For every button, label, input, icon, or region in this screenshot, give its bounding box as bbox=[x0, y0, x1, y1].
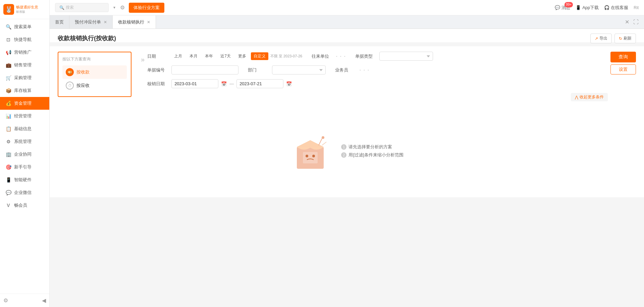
search-menu-icon: 🔍 bbox=[5, 24, 11, 30]
collapse-icon: ⋀ bbox=[575, 95, 578, 100]
staff-input[interactable]: · · · bbox=[359, 66, 369, 73]
logo: 🐰 畅捷通好生意 标准版 bbox=[0, 0, 49, 19]
writeoff-date-range: 📅 — 📅 bbox=[171, 79, 292, 88]
export-icon: ↗ bbox=[595, 36, 598, 41]
sidebar-item-guide[interactable]: 🎯 新手引导 bbox=[0, 161, 49, 173]
solution-button[interactable]: 体验行业方案 bbox=[129, 3, 164, 13]
date-7days[interactable]: 近7天 bbox=[218, 52, 233, 60]
filter-option-receivable-label: 按应收 bbox=[76, 83, 90, 89]
collapse-more-row: ⋀ 收起更多条件 bbox=[147, 93, 608, 101]
writeoff-date-start[interactable] bbox=[171, 79, 218, 88]
collapse-more-btn[interactable]: ⋀ 收起更多条件 bbox=[571, 93, 608, 101]
filter-sidebar: 按以下方案查询 💴 按收款 ⏱ 按应收 bbox=[58, 52, 131, 97]
date-this-year[interactable]: 本年 bbox=[202, 52, 216, 60]
svg-rect-1 bbox=[303, 152, 318, 163]
message-badge: 99+ bbox=[565, 2, 573, 7]
doc-type-select[interactable] bbox=[379, 52, 433, 61]
sidebar-item-wechat[interactable]: 💬 企业微信 bbox=[0, 186, 49, 199]
tab-prepay-label: 预付冲应付单 bbox=[75, 19, 101, 25]
date-more[interactable]: 更多 bbox=[235, 52, 249, 60]
doc-no-input[interactable] bbox=[171, 65, 238, 74]
date-custom-btn[interactable]: 自定义 bbox=[251, 52, 268, 60]
filter-collapse-btn[interactable]: » bbox=[138, 54, 147, 65]
filter-option-by-receivable[interactable]: ⏱ 按应收 bbox=[62, 79, 127, 92]
writeoff-date-end[interactable] bbox=[236, 79, 283, 88]
filter-option-receipt-label: 按收款 bbox=[76, 69, 90, 75]
service-button[interactable]: 🎧 在线客服 bbox=[604, 5, 628, 11]
tab-writeoff-close[interactable]: ✕ bbox=[147, 20, 150, 24]
sidebar-item-search[interactable]: 🔍 搜索菜单 bbox=[0, 20, 49, 33]
query-button[interactable]: 查询 bbox=[610, 52, 636, 62]
date-range-sep: — bbox=[229, 81, 234, 86]
guide-icon: 🎯 bbox=[5, 164, 11, 170]
svg-point-5 bbox=[322, 136, 324, 139]
tab-expand-icon[interactable]: ⛶ bbox=[632, 18, 640, 27]
page-body: 收款核销执行(按收款) ↗ 导出 ↻ 刷新 按以下方案查询 💴 bbox=[50, 29, 644, 307]
tab-prepay-close[interactable]: ✕ bbox=[104, 20, 107, 24]
topbar-dropdown-arrow[interactable]: ▼ bbox=[113, 6, 116, 9]
collapse-sidebar-icon[interactable]: ◀ bbox=[42, 297, 46, 304]
marketing-icon: 📢 bbox=[5, 49, 11, 55]
date-this-month[interactable]: 本月 bbox=[187, 52, 200, 60]
sidebar-item-quicknav[interactable]: ⊡ 快捷导航 bbox=[0, 33, 49, 46]
svg-line-6 bbox=[322, 142, 326, 145]
empty-hint-1: 1 请先选择要分析的方案 bbox=[341, 144, 403, 150]
calendar-start-icon[interactable]: 📅 bbox=[221, 81, 227, 87]
tabbar: 首页 预付冲应付单 ✕ 收款核销执行 ✕ ✕ ⛶ bbox=[50, 15, 644, 29]
staff-label: 业务员 bbox=[335, 67, 355, 73]
date-label: 日期 bbox=[147, 53, 167, 59]
tab-prepay[interactable]: 预付冲应付单 ✕ bbox=[69, 15, 113, 29]
quicknav-icon: ⊡ bbox=[5, 37, 11, 43]
sidebar: 🐰 畅捷通好生意 标准版 🔍 搜索菜单 ⊡ 快捷导航 📢 营销推广 💼 销售管理… bbox=[0, 0, 50, 307]
query-setting-col: 查询 设置 bbox=[610, 52, 636, 74]
member-icon: V bbox=[5, 202, 11, 208]
filter-sidebar-title: 按以下方案查询 bbox=[62, 56, 127, 62]
sales-icon: 💼 bbox=[5, 62, 11, 68]
corp-icon: 🏢 bbox=[5, 151, 11, 157]
sidebar-item-corp[interactable]: 🏢 企业协同 bbox=[0, 148, 49, 161]
sidebar-item-marketing[interactable]: 📢 营销推广 bbox=[0, 46, 49, 59]
sidebar-item-member[interactable]: V 畅会员 bbox=[0, 199, 49, 212]
tab-close-all-icon[interactable]: ✕ bbox=[624, 17, 631, 27]
settings-icon[interactable]: ⚙ bbox=[3, 297, 8, 304]
filter-main: 日期 上月 本月 本年 近7天 更多 自定义 不限 至 2023-07-26 bbox=[147, 52, 636, 101]
filter-option-by-receipt[interactable]: 💴 按收款 bbox=[62, 65, 127, 79]
partner-input[interactable]: · · · bbox=[336, 53, 346, 60]
dept-label: 部门 bbox=[248, 67, 268, 73]
export-button[interactable]: ↗ 导出 bbox=[590, 34, 612, 43]
svg-line-4 bbox=[319, 139, 322, 145]
hint-num-1: 1 bbox=[341, 144, 346, 150]
date-group: 上月 本月 本年 近7天 更多 自定义 不限 至 2023-07-26 bbox=[171, 52, 302, 60]
sidebar-item-inventory[interactable]: 📦 库存核算 bbox=[0, 84, 49, 97]
app-label: App下载 bbox=[582, 5, 599, 11]
app-download-button[interactable]: 📱 App下载 bbox=[576, 5, 599, 11]
search-icon: 🔍 bbox=[59, 5, 64, 10]
topbar-search[interactable]: 🔍 搜索 bbox=[55, 3, 109, 12]
sidebar-item-sales[interactable]: 💼 销售管理 bbox=[0, 59, 49, 71]
setting-button[interactable]: 设置 bbox=[610, 64, 636, 74]
message-icon: 💬 bbox=[555, 5, 560, 10]
dept-select[interactable] bbox=[272, 65, 326, 74]
empty-state: 1 请先选择要分析的方案 2 用[过滤]条件来缩小分析范围 bbox=[50, 107, 644, 197]
date-last-month[interactable]: 上月 bbox=[171, 52, 185, 60]
sidebar-item-operation[interactable]: 📊 经营管理 bbox=[0, 110, 49, 122]
sidebar-item-finance[interactable]: 💰 资金管理 bbox=[0, 97, 49, 110]
inventory-icon: 📦 bbox=[5, 88, 11, 94]
logo-badge: 标准版 bbox=[16, 10, 38, 14]
sidebar-item-hardware[interactable]: 📱 智能硬件 bbox=[0, 173, 49, 186]
filter-area: 按以下方案查询 💴 按收款 ⏱ 按应收 » bbox=[50, 46, 644, 107]
svg-point-3 bbox=[312, 155, 315, 157]
topbar-gear-icon[interactable]: ⚙ bbox=[120, 4, 125, 11]
sidebar-item-purchase[interactable]: 🛒 采购管理 bbox=[0, 71, 49, 84]
calendar-end-icon[interactable]: 📅 bbox=[286, 81, 292, 87]
tab-home[interactable]: 首页 bbox=[50, 15, 69, 29]
tabbar-controls: ✕ ⛶ bbox=[624, 17, 644, 27]
logo-icon: 🐰 bbox=[3, 4, 14, 15]
sidebar-menu: 🔍 搜索菜单 ⊡ 快捷导航 📢 营销推广 💼 销售管理 🛒 采购管理 📦 库存核… bbox=[0, 19, 49, 294]
sidebar-item-basic[interactable]: 📋 基础信息 bbox=[0, 122, 49, 135]
message-button[interactable]: 💬 消息 99+ bbox=[555, 5, 570, 11]
tab-writeoff[interactable]: 收款核销执行 ✕ bbox=[113, 15, 156, 29]
empty-hint-2: 2 用[过滤]条件来缩小分析范围 bbox=[341, 152, 403, 158]
refresh-button[interactable]: ↻ 刷新 bbox=[614, 34, 636, 43]
sidebar-item-system[interactable]: ⚙ 系统管理 bbox=[0, 135, 49, 148]
